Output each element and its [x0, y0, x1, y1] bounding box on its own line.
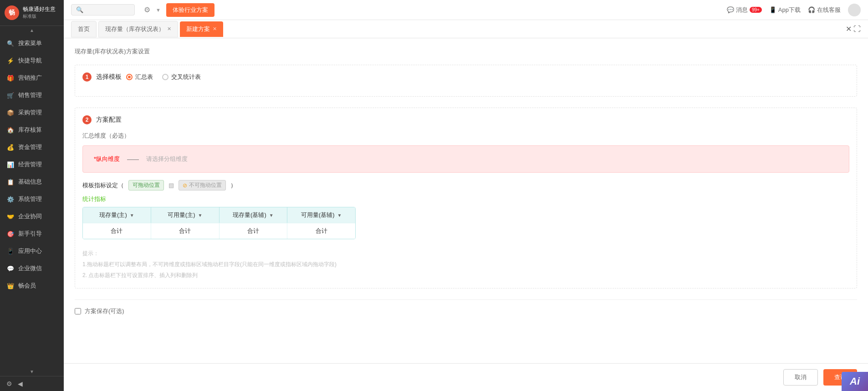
panel-expand-btn[interactable]: ⛶	[853, 25, 861, 33]
app-download-icon: 📱	[769, 6, 776, 13]
radio-group-template: 汇总表 交叉统计表	[126, 73, 201, 81]
sidebar-item-operations[interactable]: 📊经营管理	[0, 156, 64, 173]
non-draggable-label: 不可拖动位置	[189, 181, 222, 189]
settings-bottom-icon[interactable]: ⚙	[6, 380, 12, 387]
slash-icon: ⊘	[183, 182, 187, 189]
panel-title: 现存量(库存状况表)方案设置	[75, 47, 857, 56]
tip1: 1.拖动标题栏可以调整布局，不可跨维度或指标区域拖动栏目字段(只能在同一维度或指…	[82, 259, 849, 270]
user-avatar[interactable]	[848, 4, 861, 16]
sidebar-item-wechat[interactable]: 💬企业微信	[0, 260, 64, 277]
sidebar-label-wechat: 企业微信	[18, 264, 42, 273]
sidebar-item-system[interactable]: ⚙️系统管理	[0, 190, 64, 208]
stats-table: 现存量(主)▼可用量(主)▼现存量(基辅)▼可用量(基辅)▼ 合计合计合计合计	[82, 207, 356, 239]
sidebar-label-purchase: 采购管理	[18, 108, 42, 117]
tab-new-plan-close[interactable]: ✕	[213, 26, 217, 32]
stats-data-col-2: 合计	[220, 223, 288, 239]
tab-home[interactable]: 首页	[71, 21, 97, 37]
tab-inventory-close[interactable]: ✕	[167, 26, 171, 32]
chevron-icon-0: ▼	[130, 213, 134, 218]
message-btn[interactable]: 💬 消息 99+	[727, 6, 762, 14]
sidebar-label-finance: 资金管理	[18, 143, 42, 151]
online-service-label: 在线客服	[817, 6, 841, 14]
save-checkbox[interactable]	[75, 308, 81, 314]
sidebar-scroll-up[interactable]: ▲	[0, 26, 64, 35]
sidebar-label-sales: 销售管理	[18, 91, 42, 99]
stats-data-col-3: 合计	[287, 223, 355, 239]
non-draggable-badge: ⊘ 不可拖动位置	[179, 180, 226, 190]
sidebar-icon-quick-nav: ⚡	[6, 57, 15, 65]
headset-icon: 🎧	[808, 6, 815, 13]
section1-title: 选择模板	[96, 73, 122, 81]
topbar-settings-icon[interactable]: ⚙	[144, 5, 150, 14]
logo-icon: 畅	[5, 5, 19, 20]
topbar-dropdown-icon[interactable]: ▼	[156, 7, 161, 13]
sidebar-icon-new-guide: 🎯	[6, 230, 15, 238]
ai-badge: Ai	[842, 372, 868, 391]
sidebar-item-quick-nav[interactable]: ⚡快捷导航	[0, 52, 64, 69]
sidebar-item-app-center[interactable]: 📱应用中心	[0, 242, 64, 260]
topbar: 🔍 ⚙ ▼ 体验行业方案 💬 消息 99+ 📱 App下载 🎧 在线客服	[64, 0, 868, 20]
sidebar-label-operations: 经营管理	[18, 160, 42, 169]
radio-summary-inner	[128, 76, 131, 78]
sidebar-item-inventory[interactable]: 🏠库存核算	[0, 121, 64, 139]
tips-area: 提示： 1.拖动标题栏可以调整布局，不可跨维度或指标区域拖动栏目字段(只能在同一…	[82, 248, 849, 281]
sidebar-icon-sales: 🛒	[6, 91, 15, 99]
sidebar-label-inventory: 库存核算	[18, 126, 42, 134]
stats-header-col-2[interactable]: 现存量(基辅)▼	[220, 207, 288, 223]
online-service-btn[interactable]: 🎧 在线客服	[808, 6, 841, 14]
sidebar-label-search-menu: 搜索菜单	[18, 39, 42, 47]
sidebar-item-member[interactable]: 👑畅会员	[0, 277, 64, 294]
sidebar-icon-purchase: 📦	[6, 108, 15, 117]
sidebar-label-basic-info: 基础信息	[18, 178, 42, 186]
panel-collapse-btn[interactable]: ✕	[846, 25, 852, 33]
stats-header-col-1[interactable]: 可用量(主)▼	[151, 207, 220, 223]
sound-bottom-icon[interactable]: ◀	[18, 380, 23, 387]
search-icon: 🔍	[76, 6, 83, 13]
sidebar-icon-basic-info: 📋	[6, 178, 15, 186]
dimension-placeholder: 请选择分组维度	[146, 155, 188, 163]
topbar-search-box[interactable]: 🔍	[71, 4, 135, 15]
tab-new-plan[interactable]: 新建方案 ✕	[180, 21, 223, 37]
stats-header-row: 现存量(主)▼可用量(主)▼现存量(基辅)▼可用量(基辅)▼	[83, 207, 355, 223]
sidebar-item-purchase[interactable]: 📦采购管理	[0, 104, 64, 121]
cancel-btn[interactable]: 取消	[783, 369, 818, 386]
logo-badge: 标准版	[23, 13, 56, 20]
stats-header-col-0[interactable]: 现存量(主)▼	[83, 207, 151, 223]
app-download-btn[interactable]: 📱 App下载	[769, 6, 801, 14]
footer-bar: 取消 查询	[64, 363, 868, 391]
save-label: 方案保存(可选)	[85, 307, 124, 315]
tab-inventory-status[interactable]: 现存量（库存状况表） ✕	[98, 21, 178, 37]
aggregate-dimension-label: 汇总维度（必选）	[82, 132, 849, 140]
stats-header-text-2: 现存量(基辅)	[233, 211, 266, 219]
sidebar-bottom: ⚙ ◀	[0, 376, 64, 391]
sidebar-item-marketing[interactable]: 🎁营销推广	[0, 69, 64, 87]
dimension-area[interactable]: *纵向维度 —— 请选择分组维度	[82, 145, 849, 173]
tip2: 2. 点击标题栏下拉可设置排序、插入列和删除列	[82, 270, 849, 281]
sidebar-label-marketing: 营销推广	[18, 74, 42, 82]
section1-header: 1 选择模板 汇总表 交叉统计表	[82, 72, 849, 82]
radio-cross-label: 交叉统计表	[171, 73, 201, 81]
stats-data-col-1: 合计	[151, 223, 220, 239]
sidebar-scroll-down[interactable]: ▼	[0, 367, 64, 376]
sidebar-icon-search-menu: 🔍	[6, 39, 15, 47]
radio-cross[interactable]: 交叉统计表	[162, 73, 201, 81]
sidebar-item-enterprise[interactable]: 🤝企业协同	[0, 208, 64, 225]
radio-summary[interactable]: 汇总表	[126, 73, 153, 81]
trial-btn[interactable]: 体验行业方案	[166, 3, 214, 17]
stats-header-col-3[interactable]: 可用量(基辅)▼	[287, 207, 355, 223]
sidebar-item-basic-info[interactable]: 📋基础信息	[0, 173, 64, 190]
sidebar-label-member: 畅会员	[18, 282, 36, 290]
tips-title: 提示：	[82, 248, 849, 259]
sidebar-label-new-guide: 新手引导	[18, 230, 42, 238]
sidebar-item-sales[interactable]: 🛒销售管理	[0, 87, 64, 104]
chevron-icon-1: ▼	[198, 213, 203, 218]
radio-cross-circle	[162, 74, 168, 80]
search-input[interactable]	[86, 7, 132, 13]
sidebar-item-search-menu[interactable]: 🔍搜索菜单	[0, 35, 64, 52]
sidebar-item-new-guide[interactable]: 🎯新手引导	[0, 225, 64, 242]
stats-section-label: 统计指标	[82, 195, 849, 203]
sidebar-icon-operations: 📊	[6, 160, 15, 169]
sidebar-item-finance[interactable]: 💰资金管理	[0, 139, 64, 156]
sidebar-icon-app-center: 📱	[6, 247, 15, 255]
sidebar-icon-finance: 💰	[6, 143, 15, 151]
